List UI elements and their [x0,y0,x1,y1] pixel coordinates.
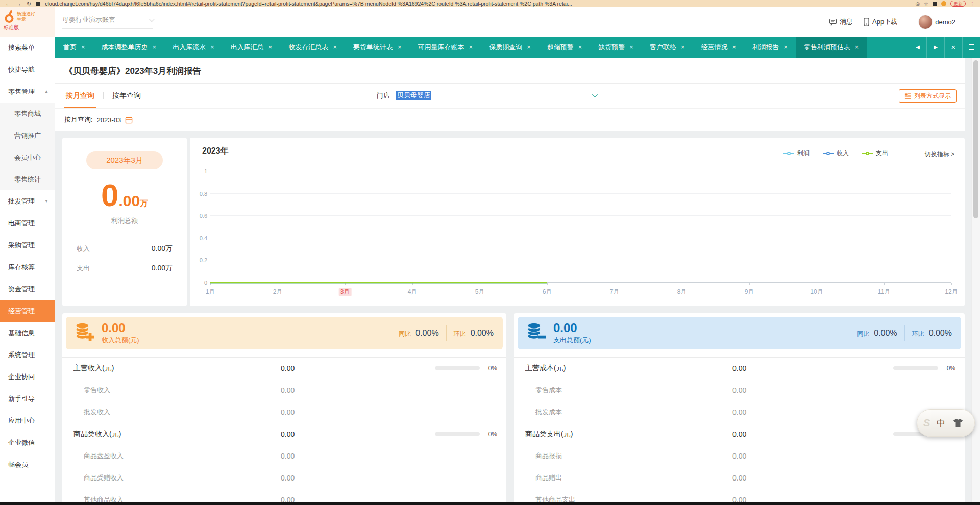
fullscreen-icon[interactable] [962,37,980,58]
tab[interactable]: 零售利润预估表 × [796,37,867,58]
tab-close-icon[interactable]: × [855,43,859,51]
user-menu[interactable]: demo2 [918,15,955,29]
tab-scroll-right-icon[interactable]: ▶ [926,37,944,58]
sidebar-item[interactable]: 资金管理 [0,278,55,300]
bookmark-star-icon[interactable]: ☆ [924,1,928,7]
sidebar-item[interactable]: 搜索菜单 [0,37,55,59]
sidebar-item-label: 畅会员 [8,460,28,469]
row-value: 0.00 [281,386,295,394]
tab[interactable]: 首页 × [55,37,93,58]
tab[interactable]: 成本调整单历史 × [93,37,165,58]
site-favicon [36,2,40,6]
legend-item[interactable]: 利润 [783,149,810,158]
browser-forward-icon[interactable]: → [16,0,21,7]
sidebar-item[interactable]: 零售商城 [0,103,55,124]
scrollbar-thumb[interactable] [973,60,978,218]
close-all-tabs-icon[interactable]: × [944,37,962,58]
tab-close-icon[interactable]: × [333,43,337,51]
tab[interactable]: 客户联络 × [642,37,693,58]
tab[interactable]: 保质期查询 × [481,37,539,58]
tab-close-icon[interactable]: × [578,43,582,51]
browser-menu-icon[interactable]: ⋮ [970,1,975,7]
sidebar-item[interactable]: 新手引导 [0,388,55,410]
sidebar-item[interactable]: 基础信息 [0,322,55,344]
sidebar-item[interactable]: 企业协同 [0,366,55,388]
tab-query-by-month[interactable]: 按月查询 [64,84,96,108]
row-label: 批发收入 [74,408,110,417]
browser-reload-icon[interactable]: ↻ [27,0,31,7]
sidebar-item[interactable]: 库存核算 [0,256,55,278]
sidebar-item[interactable]: 会员中心 [0,146,55,168]
tab[interactable]: 超储预警 × [539,37,591,58]
sidebar-item[interactable]: 零售统计 [0,168,55,190]
legend-item[interactable]: 支出 [862,149,888,158]
ime-language-mode[interactable]: 中 [937,417,945,429]
tab-close-icon[interactable]: × [527,43,531,51]
tab[interactable]: 利润报告 × [744,37,796,58]
phone-icon [863,18,870,26]
ime-skin-icon[interactable] [953,418,963,427]
tab[interactable]: 收发存汇总表 × [280,37,345,58]
list-view-button[interactable]: 列表方式显示 [899,89,957,103]
calendar-icon[interactable] [125,116,133,124]
tab-close-icon[interactable]: × [210,43,214,51]
tab-close-icon[interactable]: × [732,43,737,51]
mom-label: 环比 [454,330,466,338]
sidebar-item[interactable]: 零售管理 ▲ [0,81,55,103]
sidebar-item[interactable]: 经营管理 [0,300,55,322]
page-scrollbar[interactable] [971,58,980,505]
switch-metric-link[interactable]: 切换指标 > [925,150,954,159]
browser-update-button[interactable]: 更新 [950,1,966,7]
tab[interactable]: 经营情况 × [693,37,745,58]
row-label: 商品类支出(元) [525,430,573,439]
tab[interactable]: 要货单统计表 × [345,37,410,58]
tab-close-icon[interactable]: × [681,43,685,51]
tab-close-icon[interactable]: × [629,43,633,51]
browser-profile-avatar[interactable] [941,1,946,6]
tab-query-by-year[interactable]: 按年查询 [111,84,142,108]
sidebar-item[interactable]: 采购管理 [0,234,55,256]
table-row: 批发收入 0.00 [62,401,506,423]
messages-button[interactable]: 消息 [829,17,853,27]
sidebar-item[interactable]: 电商管理 [0,212,55,234]
input-method-toolbar[interactable]: S 中 [917,409,975,437]
app-download-button[interactable]: App下载 [863,17,897,27]
browser-extension-icon[interactable]: ⎙ [916,1,920,7]
store-select[interactable]: 贝贝母婴店 [395,89,599,103]
app-header: 畅捷通好生意 标准版 母婴行业演示账套 消息 App下载 demo2 [0,7,980,37]
x-axis-label: 4月 [408,288,418,296]
stats-divider [446,325,447,341]
tab-close-icon[interactable]: × [469,43,473,51]
month-filter-value[interactable]: 2023-03 [97,116,121,124]
tab-close-icon[interactable]: × [783,43,788,51]
sidebar-item[interactable]: 营销推广 [0,124,55,146]
tab[interactable]: 缺货预警 × [590,37,642,58]
sidebar-item[interactable]: 畅会员 [0,453,55,475]
income-total-amount: 0.00 [102,321,139,335]
sidebar-item-label: 电商管理 [8,219,35,228]
sidebar-item-label: 快捷导航 [8,65,35,74]
tab-label: 收发存汇总表 [288,43,328,52]
coins-minus-icon [526,322,548,344]
address-bar[interactable]: cloud.chanjet.com/hsy/d46bf74daqxh/l6fe5… [45,1,911,7]
sidebar-item[interactable]: 系统管理 [0,344,55,366]
tab-close-icon[interactable]: × [398,43,402,51]
sidebar-item[interactable]: 企业微信 [0,432,55,453]
tab-close-icon[interactable]: × [268,43,273,51]
tab-scroll-left-icon[interactable]: ◀ [909,37,926,58]
sidebar-item[interactable]: 应用中心 [0,410,55,432]
tab[interactable]: 出入库流水 × [164,37,223,58]
tab-close-icon[interactable]: × [81,43,85,51]
account-selector[interactable]: 母婴行业演示账套 [62,15,153,29]
tab-close-icon[interactable]: × [153,43,157,51]
browser-extensions-icon[interactable] [933,2,937,6]
summary-rows: 收入 0.00万 支出 0.00万 [62,239,187,278]
sidebar-item[interactable]: 批发管理 ▼ [0,190,55,212]
browser-back-icon[interactable]: ← [5,0,11,7]
row-label: 主营收入(元) [74,364,114,373]
tab[interactable]: 可用量库存账本 × [410,37,481,58]
legend-item[interactable]: 收入 [823,149,849,158]
row-value: 0.00 [732,386,746,394]
sidebar-item[interactable]: 快捷导航 [0,59,55,81]
tab[interactable]: 出入库汇总 × [223,37,281,58]
